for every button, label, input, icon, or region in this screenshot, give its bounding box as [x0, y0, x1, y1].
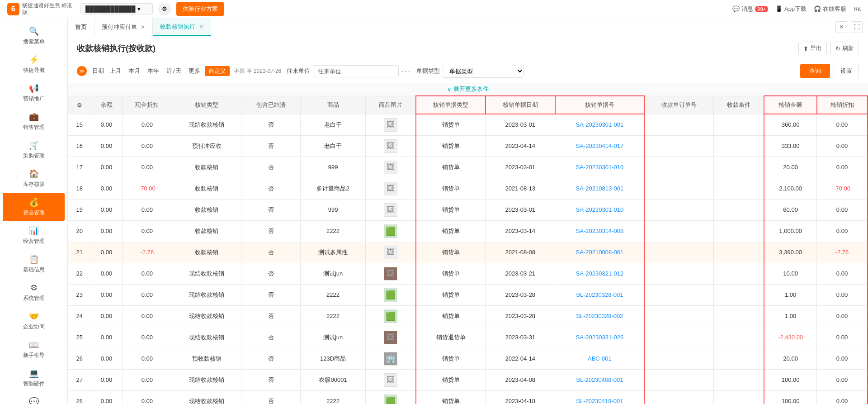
date-opt-custom[interactable]: 自定义	[205, 66, 230, 76]
cell-id: 17	[68, 157, 91, 178]
table-settings-button[interactable]: 设置	[834, 64, 859, 78]
doc-no-link[interactable]: SA-20230301-001	[576, 121, 624, 128]
doc-no-link[interactable]: SL-20230328-001	[576, 291, 623, 298]
refresh-button[interactable]: ↻ 刷新	[830, 42, 859, 55]
sidebar-item-operations[interactable]: 📊 经营管理	[0, 221, 67, 250]
goods-image: 🟩	[384, 288, 397, 302]
cell-receipt-order	[644, 284, 713, 305]
main-content: 首页 预付冲应付单 ✕ 收款核销执行 ✕ ✕ ⛶ 收款核销执行(按收款) ⬆ 导…	[68, 18, 868, 404]
export-button[interactable]: ⬆ 导出	[798, 42, 827, 55]
cell-cash-discount: 0.00	[122, 135, 172, 157]
doc-no-link[interactable]: SA-20230301-010	[576, 164, 624, 171]
date-opt-thisyear[interactable]: 本年	[145, 66, 162, 76]
tab-verify-close[interactable]: ✕	[199, 24, 203, 30]
cell-receipt-order	[644, 199, 713, 220]
table-row: 15 0.00 0.00 现结收款核销 否 老白干 🖼 销货单 2023-03-…	[68, 114, 868, 135]
logo-icon: 6	[7, 3, 19, 15]
online-service-action[interactable]: 🎧 在线客服	[814, 5, 846, 13]
cell-verify-discount: 0.00	[817, 284, 868, 305]
cell-goods-img: 🟩	[365, 220, 416, 242]
goods-image: 🖼	[384, 267, 397, 280]
th-doc-date: 核销单据日期	[486, 96, 555, 114]
cell-includes-cleared: 否	[241, 220, 301, 242]
doc-no-link[interactable]: SA-20230414-017	[576, 143, 624, 149]
doc-no-link[interactable]: SL-20230408-001	[576, 376, 623, 383]
tab-expand-button[interactable]: ⛶	[851, 21, 863, 33]
data-table: ⚙ 余额 现金折扣 核销类型 包含已结清 商品 商品图片 核销单据类型 核销单据…	[68, 95, 868, 404]
sidebar-item-purchase[interactable]: 🛒 采购管理	[0, 136, 67, 164]
sidebar-item-quicknav[interactable]: ⚡ 快捷导航	[0, 50, 67, 79]
sidebar-item-label: 资金管理	[23, 209, 45, 217]
cell-includes-cleared: 否	[241, 305, 301, 327]
cell-doc-type: 销货单	[416, 242, 486, 263]
doc-no-link[interactable]: SA-20210813-001	[576, 185, 624, 192]
cell-verify-type: 收款核销	[172, 199, 241, 220]
doc-no-link[interactable]: SA-20210808-001	[576, 249, 624, 256]
tab-prepay[interactable]: 预付冲应付单 ✕	[94, 18, 153, 36]
cell-doc-date: 2023-04-14	[486, 135, 555, 157]
doc-no-link[interactable]: SA-20230321-012	[576, 270, 624, 277]
cell-verify-type: 预付冲应收	[172, 135, 241, 157]
messages-action[interactable]: 💬 消息 99+	[732, 5, 768, 13]
date-opt-thismonth[interactable]: 本月	[126, 66, 143, 76]
tab-close-button[interactable]: ✕	[835, 21, 847, 33]
tab-home[interactable]: 首页	[68, 18, 94, 36]
solution-button[interactable]: 体验行业方案	[176, 2, 224, 16]
tab-verify[interactable]: 收款核销执行 ✕	[153, 18, 211, 36]
doc-no-link[interactable]: ABC-001	[588, 355, 612, 362]
cell-receipt-cond	[714, 114, 764, 135]
export-icon: ⬆	[803, 45, 808, 52]
cell-cash-discount: 0.00	[122, 199, 172, 220]
th-settings[interactable]: ⚙	[68, 96, 91, 114]
sidebar-item-label: 销售管理	[23, 124, 45, 131]
sidebar-item-finance[interactable]: 💰 资金管理	[3, 193, 65, 221]
user-profile[interactable]: Rit	[854, 5, 861, 12]
expand-conditions-button[interactable]: ∨ 展开更多条件	[447, 85, 489, 93]
doc-no-link[interactable]: SA-20230331-026	[576, 334, 624, 341]
settings-icon[interactable]: ⚙	[158, 3, 171, 15]
cell-goods-img: 🖼	[365, 242, 416, 263]
collapse-arrow[interactable]: ≫	[77, 66, 87, 76]
book-icon: 📖	[29, 340, 39, 350]
sidebar-item-enterprise[interactable]: 🤝 企业协同	[0, 307, 67, 335]
th-goods: 商品	[301, 96, 365, 114]
doctype-select[interactable]: 单据类型	[443, 65, 524, 78]
cell-doc-no: SA-20210808-001	[555, 242, 645, 263]
date-opt-lastmonth[interactable]: 上月	[107, 66, 124, 76]
cell-verify-amount: 100.00	[764, 390, 816, 404]
cell-id: 27	[68, 369, 91, 390]
doc-no-link[interactable]: SL-20230328-002	[576, 313, 623, 319]
home-icon: 🏠	[29, 169, 39, 179]
sidebar-item-guide[interactable]: 📖 新手引导	[0, 335, 67, 364]
unit-input[interactable]	[313, 65, 399, 77]
table-row: 23 0.00 0.00 现结收款核销 否 2222 🟩 销货单 2023-03…	[68, 284, 868, 305]
sidebar-item-hardware[interactable]: 💻 智能硬件	[0, 364, 67, 392]
sidebar-item-wechat[interactable]: 💬 企业微信	[0, 392, 67, 404]
cell-doc-type: 销货单	[416, 263, 486, 284]
cell-goods: 多计量商品2	[301, 178, 365, 199]
cell-doc-date: 2023-03-01	[486, 157, 555, 178]
date-opt-7days[interactable]: 近7天	[164, 66, 184, 76]
sidebar-item-label: 营销推广	[23, 95, 45, 103]
date-opt-more[interactable]: 更多	[186, 66, 203, 76]
sidebar-item-search[interactable]: 🔍 搜索菜单	[0, 22, 67, 50]
company-selector[interactable]: ████████████ ▾	[80, 3, 153, 14]
sidebar-item-system[interactable]: ⚙ 系统管理	[0, 278, 67, 307]
cell-verify-discount: 0.00	[817, 220, 868, 242]
cell-doc-date: 2023-04-18	[486, 390, 555, 404]
table-row: 24 0.00 0.00 现结收款核销 否 2222 🟩 销货单 2023-03…	[68, 305, 868, 327]
query-button[interactable]: 查询	[800, 64, 830, 78]
sidebar-item-base-info[interactable]: 📋 基础信息	[0, 250, 67, 278]
sidebar-item-sales[interactable]: 💼 销售管理	[0, 107, 67, 136]
sidebar-item-marketing[interactable]: 📢 营销推广	[0, 79, 67, 107]
cell-receipt-cond	[714, 263, 764, 284]
cell-doc-no: SA-20230314-008	[555, 220, 645, 242]
sidebar-item-inventory[interactable]: 🏠 库存核算	[0, 164, 67, 193]
app-download-action[interactable]: 📱 App下载	[775, 5, 807, 13]
cell-doc-date: 2021-08-13	[486, 178, 555, 199]
doc-no-link[interactable]: SA-20230301-010	[576, 206, 624, 213]
doc-no-link[interactable]: SL-20230418-001	[576, 398, 623, 404]
cell-goods: 测试多属性	[301, 242, 365, 263]
doc-no-link[interactable]: SA-20230314-008	[576, 228, 624, 234]
tab-prepay-close[interactable]: ✕	[141, 24, 145, 30]
